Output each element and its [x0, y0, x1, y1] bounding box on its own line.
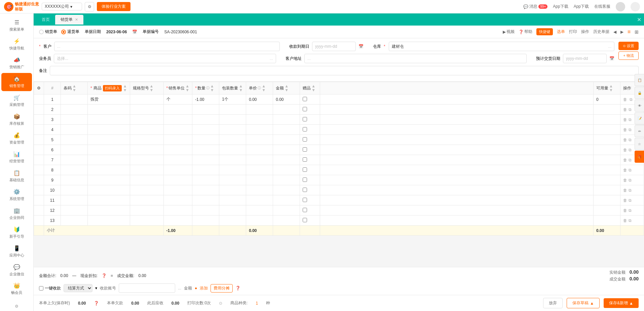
copy-icon[interactable]: ⧉ — [630, 97, 633, 102]
delete-icon[interactable]: 🗑 — [623, 178, 627, 183]
payment-checkbox[interactable] — [39, 286, 43, 290]
avatar[interactable] — [616, 2, 625, 11]
sidebar-item-guide[interactable]: 🔰 新手引导 — [1, 224, 32, 242]
online-service[interactable]: 在线客服 — [594, 4, 610, 9]
warehouse-input[interactable]: 建材仓 ... — [389, 42, 614, 51]
copy-icon[interactable]: ⧉ — [629, 188, 632, 193]
customer-input[interactable]: ... — [54, 42, 280, 51]
sidebar-item-base[interactable]: 📋 基础信息 — [1, 167, 32, 185]
account-more-icon[interactable]: ... — [178, 286, 181, 290]
print-action[interactable]: 打印 — [569, 29, 577, 35]
delete-icon[interactable]: 🗑 — [623, 188, 627, 193]
copy-icon[interactable]: ⧉ — [629, 178, 632, 183]
radio-return[interactable]: 退货单 — [61, 29, 79, 35]
copy-icon[interactable]: ⧉ — [629, 148, 632, 152]
operate-action[interactable]: 操作 — [581, 29, 589, 35]
total-owe-label-icon[interactable]: ❓ — [94, 301, 99, 306]
app-download-label[interactable]: App下载 — [574, 4, 589, 9]
delete-icon[interactable]: 🗑 — [623, 107, 627, 112]
product-kind-icon[interactable]: ⊙ — [219, 301, 222, 306]
sidebar-item-member[interactable]: 👑 畅会员 — [1, 280, 32, 298]
sidebar-item-system[interactable]: ⚙️ 系统管理 — [1, 186, 32, 204]
remarks-input[interactable] — [50, 66, 639, 75]
payment-due-input[interactable]: yyyy-mm-dd — [312, 42, 356, 51]
radio-sales[interactable]: 销货单 — [39, 29, 57, 35]
right-panel-btn-7[interactable]: 🎁 — [635, 151, 644, 163]
delete-icon[interactable]: 🗑 — [623, 148, 627, 152]
right-panel-btn-2[interactable]: 🔒 — [635, 87, 644, 99]
settings-button[interactable]: ⊙ 设置 — [618, 42, 639, 50]
one-click-payment-checkbox[interactable]: 一键收款 — [39, 285, 61, 291]
avatar-secondary[interactable] — [631, 2, 640, 11]
next-icon[interactable]: ▶ — [620, 30, 623, 34]
add-label[interactable]: 添加 — [200, 285, 208, 291]
row-spec-1[interactable] — [130, 94, 163, 105]
draft-button[interactable]: 保存草稿 ▲ — [567, 298, 600, 308]
sidebar-item-marketing[interactable]: 📣 营销推广 — [1, 54, 32, 72]
right-panel-btn-6[interactable]: ☆ — [635, 138, 644, 150]
th-settings[interactable]: ⚙ — [34, 82, 44, 94]
row-product-1[interactable]: 拣货 — [88, 94, 130, 105]
copy-icon[interactable]: ⧉ — [629, 208, 632, 213]
delete-icon[interactable]: 🗑 — [623, 138, 627, 142]
expense-help-icon[interactable]: ❓ — [235, 286, 240, 290]
sidebar-item-wechat[interactable]: 💬 企业微信 — [1, 261, 32, 279]
company-selector[interactable]: XXXXXX公司 ▾ — [42, 3, 82, 10]
delete-icon[interactable]: 🗑 — [623, 198, 627, 203]
sidebar-item-inventory[interactable]: 📦 库存核算 — [1, 111, 32, 129]
copy-icon[interactable]: ⧉ — [629, 117, 632, 122]
row-gift-1[interactable] — [300, 94, 320, 105]
delete-icon[interactable]: 🗑 — [623, 218, 627, 223]
row-price-1[interactable]: 0.00 — [246, 94, 273, 105]
payment-account-input[interactable] — [119, 283, 175, 293]
sidebar-item-purchase[interactable]: 🛒 采购管理 — [1, 92, 32, 110]
copy-icon[interactable]: ⧉ — [629, 127, 632, 132]
delete-icon[interactable]: 🗑 — [623, 208, 627, 213]
experience-button[interactable]: 体验行业方案 — [97, 2, 130, 11]
delete-icon[interactable]: 🗑 — [623, 127, 627, 132]
history-action[interactable]: 历史单据 — [593, 29, 609, 35]
video-action[interactable]: ▶ 视频 — [503, 29, 515, 35]
discard-button[interactable]: 放弃 — [543, 298, 563, 308]
scan-button[interactable]: 扫码录入 — [103, 85, 122, 91]
salesman-input[interactable]: 选择... ... — [54, 54, 276, 63]
list-view-icon[interactable]: ≡ — [628, 29, 631, 35]
row-unit-1[interactable]: 个 — [163, 94, 192, 105]
copy-icon[interactable]: ⧉ — [629, 168, 632, 172]
message-icon[interactable]: 💬 消息 99+ — [523, 4, 547, 9]
sidebar-settings-btn[interactable]: ⚙ — [11, 301, 22, 311]
delete-icon[interactable]: 🗑 — [623, 158, 627, 162]
discount-help-icon[interactable]: ❓ — [102, 273, 107, 278]
select-action[interactable]: 选单 — [557, 29, 565, 35]
save-button[interactable]: 保存&新增 ▲ — [604, 298, 639, 308]
sidebar-item-search[interactable]: ☰ 搜索菜单 — [1, 16, 32, 35]
help-action[interactable]: ❓ 帮助 — [519, 29, 532, 35]
shortcut-button[interactable]: 快捷键 — [536, 28, 553, 35]
delete-icon[interactable]: 🗑 — [623, 168, 627, 172]
row-pkg-1[interactable]: 1个 — [219, 94, 246, 105]
prev-icon[interactable]: ◀ — [613, 30, 616, 34]
add-icon[interactable]: ● — [195, 286, 197, 290]
table-container[interactable]: ⚙ # 条码▲▼ * 商品 扫码录入 — [34, 82, 644, 267]
sidebar-item-finance[interactable]: 💰 资金管理 — [1, 129, 32, 148]
row-qty-1[interactable]: -1.00 — [192, 94, 219, 105]
settings-icon[interactable]: ⚙ — [85, 2, 94, 11]
logistics-button[interactable]: + 物流 — [618, 51, 639, 60]
tab-bar-close-icon[interactable]: ✕ — [637, 16, 641, 23]
right-panel-btn-3[interactable]: 👁 — [635, 100, 644, 112]
sidebar-item-quick[interactable]: ⚡ 快捷导航 — [1, 35, 32, 53]
row-barcode-1[interactable] — [61, 94, 88, 105]
tab-close-icon[interactable]: ✕ — [75, 17, 78, 22]
copy-icon[interactable]: ⧉ — [629, 158, 632, 162]
copy-icon[interactable]: ⧉ — [629, 218, 632, 223]
right-panel-btn-5[interactable]: ✏ — [635, 125, 644, 137]
copy-icon[interactable]: ⧉ — [629, 138, 632, 142]
expected-delivery-calendar-icon[interactable]: 📅 — [609, 56, 614, 61]
row-amount-1[interactable]: 0.00 — [273, 94, 300, 105]
right-panel-btn-4[interactable]: 📝 — [635, 112, 644, 124]
expense-button[interactable]: 费用分摊 — [211, 284, 233, 293]
grid-view-icon[interactable]: ⊞ — [635, 29, 639, 35]
sidebar-item-appstore[interactable]: 📱 应用中心 — [1, 242, 32, 261]
right-panel-btn-1[interactable]: 📋 — [635, 74, 644, 86]
sidebar-item-operation[interactable]: 📊 经营管理 — [1, 148, 32, 166]
